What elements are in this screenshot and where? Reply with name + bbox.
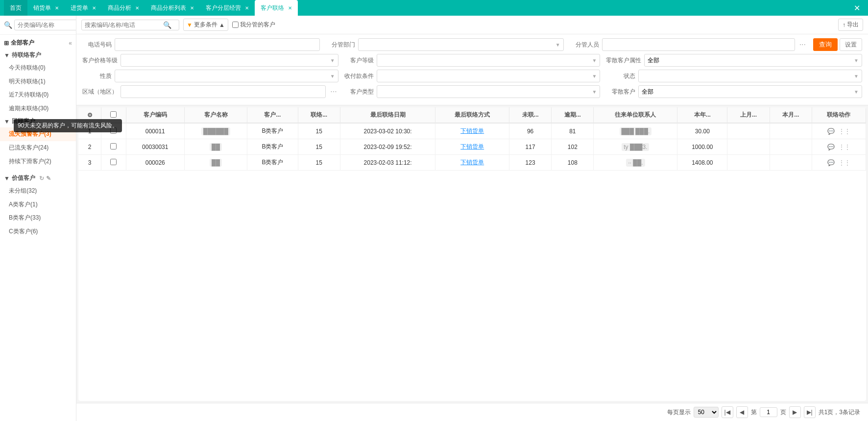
row-select-checkbox[interactable]: [110, 159, 117, 165]
col-name[interactable]: 客户名称: [184, 107, 247, 123]
table-row: 3 000026 ██ B类客户 15 2023-02-03 11:12: 下销…: [78, 155, 866, 171]
dept-select[interactable]: ▼: [358, 38, 563, 51]
sidebar-item-class-a[interactable]: A类客户(1): [0, 198, 76, 212]
sidebar-search-bar: 🔍: [0, 16, 76, 35]
filter-search-icon[interactable]: 🔍: [163, 21, 171, 29]
nature-select[interactable]: ▼: [115, 70, 338, 82]
col-type[interactable]: 客户...: [247, 107, 298, 123]
type-label: 客户类型: [344, 88, 374, 96]
adv-filter-row-1: 电话号码 分管部门 ▼ 分管人员 ··· 查询 设置: [82, 38, 862, 51]
payment-select[interactable]: ▼: [377, 70, 601, 82]
row-actions: 💬 ⋮⋮: [812, 155, 866, 171]
nav-tab-customer-contact[interactable]: 客户联络 ✕: [255, 0, 298, 16]
sidebar-item-class-c[interactable]: C类客户(6): [0, 225, 76, 239]
sidebar-search-input[interactable]: [14, 20, 76, 30]
per-page-select[interactable]: 50 20 100: [694, 407, 719, 418]
col-liaison[interactable]: 往来单位联系人: [594, 107, 677, 123]
level-select[interactable]: ▼: [377, 54, 601, 67]
col-last-date[interactable]: 最后联络日期: [340, 107, 435, 123]
nav-tab-analysis[interactable]: 商品分析 ✕: [102, 0, 145, 16]
query-button[interactable]: 查询: [813, 38, 838, 51]
action-chat-icon[interactable]: 💬: [827, 144, 835, 150]
nav-tab-home[interactable]: 首页: [4, 0, 27, 16]
top-nav: 首页 销货单 ✕ 进货单 ✕ 商品分析 ✕ 商品分析列表 ✕ 客户分层经营 ✕ …: [0, 0, 868, 16]
last-method-link[interactable]: 下销货单: [460, 127, 484, 134]
zero-attr-label: 零散客户属性: [606, 56, 641, 65]
current-page-input[interactable]: [760, 407, 777, 417]
my-customer-checkbox-wrap[interactable]: 我分管的客户: [232, 21, 275, 29]
nav-tab-analysis-close[interactable]: ✕: [135, 5, 139, 11]
zero-customer-select[interactable]: 全部 ▼: [638, 85, 862, 98]
sidebar-item-tomorrow-pending[interactable]: 明天待联络(1): [0, 75, 76, 89]
row-checkbox: [101, 139, 126, 155]
filter-search-input[interactable]: [85, 22, 163, 28]
sidebar-all-customers-header[interactable]: ⊞ 全部客户 «: [0, 35, 76, 49]
per-page-label: 每页显示: [667, 408, 691, 417]
sidebar-item-declining[interactable]: 持续下滑客户(2): [0, 155, 76, 169]
my-customer-checkbox[interactable]: [232, 22, 239, 28]
sidebar-item-today-pending[interactable]: 今天待联络(0): [0, 61, 76, 75]
price-level-select[interactable]: ▼: [121, 54, 338, 67]
nav-tab-purchase[interactable]: 进货单 ✕: [65, 0, 102, 16]
nav-tab-customer-tier[interactable]: 客户分层经营 ✕: [200, 0, 255, 16]
col-code[interactable]: 客户编码: [126, 107, 184, 123]
last-method-link[interactable]: 下销货单: [460, 159, 484, 166]
window-close-button[interactable]: ✕: [850, 3, 864, 13]
select-all-checkbox[interactable]: [110, 111, 117, 118]
sidebar-item-churned[interactable]: 已流失客户(24): [0, 141, 76, 155]
sidebar-item-class-b[interactable]: B类客户(33): [0, 211, 76, 225]
action-chat-icon[interactable]: 💬: [827, 159, 835, 166]
customer-name-blurred: ██████: [201, 127, 230, 135]
col-this-year[interactable]: 本年...: [677, 107, 727, 123]
settings-button[interactable]: 设置: [840, 38, 862, 51]
last-page-button[interactable]: ▶|: [804, 406, 816, 418]
col-last-method[interactable]: 最后联络方式: [435, 107, 509, 123]
phone-input[interactable]: [115, 38, 320, 51]
refresh-icon[interactable]: ↻: [39, 175, 44, 182]
prev-page-button[interactable]: ◀: [736, 406, 748, 418]
manager-input[interactable]: [602, 38, 795, 51]
col-uncontacted[interactable]: 未联...: [509, 107, 551, 123]
action-chat-icon[interactable]: 💬: [827, 128, 835, 135]
col-last-month[interactable]: 上月...: [727, 107, 770, 123]
last-method-link[interactable]: 下销货单: [460, 143, 484, 150]
export-button[interactable]: ↑ 导出: [838, 19, 863, 31]
nav-tab-customer-contact-close[interactable]: ✕: [288, 5, 292, 11]
sidebar-group-pending[interactable]: ▼ 待联络客户: [0, 49, 76, 61]
nav-tab-purchase-close[interactable]: ✕: [92, 5, 96, 11]
filter-search-wrap: 🔍: [81, 20, 179, 30]
nav-tab-sales-close[interactable]: ✕: [55, 5, 59, 11]
nav-tab-analysis-list-close[interactable]: ✕: [190, 5, 194, 11]
sidebar-collapse-icon[interactable]: «: [69, 40, 72, 47]
type-select[interactable]: ▼: [377, 85, 601, 98]
zero-attr-field: 零散客户属性 全部 ▼: [606, 54, 862, 67]
more-conditions-button[interactable]: ▼ 更多条件 ▲: [183, 19, 228, 31]
row-select-checkbox[interactable]: [110, 143, 117, 149]
liaison-blurred: ty ███3.: [622, 143, 649, 151]
col-overdue[interactable]: 逾期...: [552, 107, 594, 123]
col-this-month[interactable]: 本月...: [770, 107, 812, 123]
col-contact[interactable]: 联络...: [298, 107, 340, 123]
sidebar-item-week-pending[interactable]: 近7天待联络(0): [0, 88, 76, 102]
manager-dots-button[interactable]: ···: [798, 40, 807, 49]
table-area: ⚙ 客户编码 客户名称 客户... 联络... 最后联络日期 最后联络方式 未联…: [78, 107, 866, 401]
action-more-icon[interactable]: ⋮⋮: [839, 144, 850, 150]
edit-icon[interactable]: ✎: [46, 175, 51, 182]
sidebar-item-overdue-pending[interactable]: 逾期未联络(30): [0, 102, 76, 116]
region-dots-button[interactable]: ···: [329, 87, 338, 96]
action-more-icon[interactable]: ⋮⋮: [839, 159, 850, 166]
nav-tab-customer-tier-close[interactable]: ✕: [245, 5, 249, 11]
sidebar-item-ungrouped[interactable]: 未分组(32): [0, 184, 76, 198]
nav-tab-sales[interactable]: 销货单 ✕: [27, 0, 65, 16]
arrow-down-icon-value: ▼: [4, 175, 10, 182]
first-page-button[interactable]: |◀: [722, 406, 733, 418]
sidebar-group-value[interactable]: ▼ 价值客户 ↻ ✎: [0, 172, 76, 184]
manager-field: 分管人员 ···: [570, 38, 807, 51]
next-page-button[interactable]: ▶: [789, 406, 801, 418]
region-input[interactable]: [121, 85, 326, 98]
zero-attr-select[interactable]: 全部 ▼: [644, 54, 862, 67]
adv-filter-row-3: 性质 ▼ 收付款条件 ▼ 状态: [82, 70, 862, 82]
status-select[interactable]: ▼: [638, 70, 862, 82]
action-more-icon[interactable]: ⋮⋮: [839, 128, 850, 135]
nav-tab-analysis-list[interactable]: 商品分析列表 ✕: [145, 0, 200, 16]
